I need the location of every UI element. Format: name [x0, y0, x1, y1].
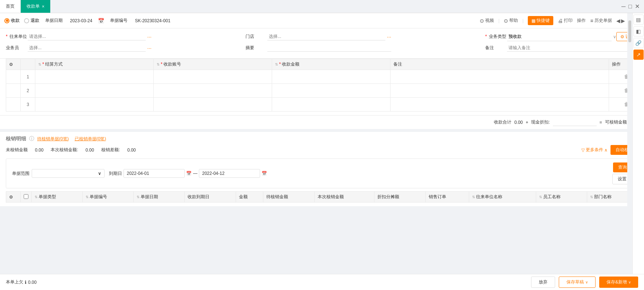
- history-icon: ≡: [590, 18, 593, 24]
- table-gear-header[interactable]: ⚙: [6, 59, 21, 70]
- tab-bar: 首页 收款单 × ─ □ ✕: [0, 0, 644, 13]
- td-gear-3: [6, 98, 21, 111]
- print-link[interactable]: 🖨 打印: [558, 17, 573, 24]
- td-settlement-1[interactable]: [35, 70, 154, 84]
- remark-input[interactable]: [507, 44, 638, 52]
- summary-input[interactable]: [267, 44, 391, 52]
- td-amount-1[interactable]: [272, 70, 390, 84]
- td-account-2[interactable]: [154, 84, 272, 98]
- th-settlement: ⇅ * 结算方式: [35, 59, 154, 70]
- next-arrow[interactable]: ▶: [621, 18, 625, 24]
- th-remark: 备注: [390, 59, 609, 70]
- table-row: 3 🗑 ⧉: [6, 98, 638, 111]
- total-label: 收款合计: [494, 119, 511, 125]
- scrollbar-thumb[interactable]: [628, 20, 631, 42]
- receipt-table: ⚙ ⇅ * 结算方式 ⇅ * 收款账号 ⇅ * 收款金额: [6, 59, 638, 111]
- date-to-icon[interactable]: 📅: [262, 171, 267, 176]
- shortcut-label: 快捷键: [537, 17, 550, 24]
- date-value: 2023-03-24: [70, 18, 92, 23]
- tab-close-icon[interactable]: ×: [42, 4, 44, 9]
- number-field: 单据编号 SK-20230324-001: [110, 17, 170, 24]
- close-icon[interactable]: ✕: [635, 3, 640, 10]
- th-type: ⇅ 单据类型: [32, 192, 83, 203]
- store-more-btn[interactable]: ···: [387, 34, 391, 40]
- customer-more-btn[interactable]: ···: [147, 34, 152, 40]
- tab-receipt[interactable]: 收款单 ×: [21, 0, 50, 13]
- range-select[interactable]: ∨: [32, 169, 105, 178]
- th-pending: 待核销金额: [263, 192, 315, 203]
- maximize-icon[interactable]: □: [628, 3, 632, 10]
- store-field: 门店 ···: [246, 33, 391, 40]
- sidebar-expand-icon[interactable]: ↗: [633, 50, 644, 60]
- footer-actions: 放弃 保存草稿 ∨ 保存&新增 ∨: [531, 277, 638, 288]
- pending-tab[interactable]: 待核销单据(0笔): [37, 136, 69, 142]
- business-chevron-icon[interactable]: ∨: [613, 34, 616, 39]
- th-amount: 金额: [236, 192, 263, 203]
- section-divider: [0, 129, 644, 132]
- done-tab[interactable]: 已核销单据(0笔): [75, 136, 106, 142]
- save-draft-label: 保存草稿: [566, 279, 584, 285]
- net-label: 可核销金额: [605, 119, 627, 125]
- th-number: ⇅ 单据编号: [82, 192, 133, 203]
- sidebar-table-icon[interactable]: ▤: [633, 15, 644, 25]
- operate-label: 操作: [577, 17, 586, 24]
- prev-arrow[interactable]: ◀: [616, 18, 620, 24]
- shortcut-btn[interactable]: ▦ 快捷键: [528, 16, 553, 25]
- filter-icon: ▽: [581, 148, 585, 153]
- discount-input[interactable]: [553, 118, 597, 126]
- td-remark-3[interactable]: [390, 98, 609, 111]
- td-num-2: 2: [21, 84, 35, 98]
- customer-input[interactable]: [28, 33, 146, 40]
- minimize-icon[interactable]: ─: [621, 3, 625, 10]
- radio-receipt[interactable]: 收款: [4, 17, 20, 24]
- date-from-input[interactable]: [123, 169, 185, 178]
- td-account-1[interactable]: [154, 70, 272, 84]
- customer-label: * 往来单位: [6, 34, 28, 40]
- current-value: 0.00: [86, 148, 94, 153]
- save-new-label: 保存&新增: [606, 279, 627, 285]
- range-chevron-icon: ∨: [98, 171, 101, 176]
- operate-link[interactable]: 操作: [577, 17, 586, 24]
- tab-home[interactable]: 首页: [0, 0, 21, 13]
- td-settlement-3[interactable]: [35, 98, 154, 111]
- scrollbar-area[interactable]: [627, 13, 632, 274]
- th-account: ⇅ * 收款账号: [154, 59, 272, 70]
- abandon-btn[interactable]: 放弃: [531, 277, 555, 288]
- sidebar-link-icon[interactable]: 🔗: [633, 38, 644, 48]
- td-amount-2[interactable]: [272, 84, 390, 98]
- info-icon[interactable]: ⓘ: [29, 136, 34, 142]
- date-from-icon[interactable]: 📅: [186, 171, 192, 176]
- date-to-input[interactable]: [199, 169, 260, 178]
- form-row-1: * 往来单位 ··· 门店 ··· * 业务类型 预收款 ∨ ⚙: [6, 32, 638, 41]
- calendar-icon[interactable]: 📅: [98, 18, 104, 24]
- save-draft-btn[interactable]: 保存草稿 ∨: [559, 277, 596, 288]
- sidebar-panel-icon[interactable]: ◧: [633, 26, 644, 36]
- history-link[interactable]: ≡ 历史单据: [590, 17, 612, 24]
- td-remark-2[interactable]: [390, 84, 609, 98]
- staff-input[interactable]: [28, 44, 146, 52]
- td-settlement-2[interactable]: [35, 84, 154, 98]
- filter-row: 单据范围 ∨ 到期日 📅 — 📅 查询 设置: [6, 158, 638, 188]
- plus-sign: +: [526, 120, 528, 125]
- more-conditions-btn[interactable]: ▽ 更多条件 ∧: [581, 147, 608, 153]
- footer-info-icon[interactable]: ℹ: [25, 280, 27, 285]
- staff-more-btn[interactable]: ···: [147, 45, 152, 51]
- select-all-checkbox[interactable]: [24, 194, 28, 199]
- total-value: 0.00: [514, 120, 523, 125]
- td-remark-1[interactable]: [390, 70, 609, 84]
- store-input[interactable]: [267, 33, 385, 40]
- radio-refund[interactable]: 退款: [24, 17, 39, 24]
- td-amount-3[interactable]: [272, 98, 390, 111]
- summary-label: 摘要: [246, 45, 267, 51]
- gear-icon: ⚙: [9, 62, 13, 67]
- td-account-3[interactable]: [154, 98, 272, 111]
- save-new-btn[interactable]: 保存&新增 ∨: [599, 277, 638, 288]
- bottom-gear-header[interactable]: ⚙: [6, 192, 21, 203]
- nav-arrows: ◀ ▶: [616, 18, 625, 24]
- help-link[interactable]: ⊙ 帮助: [504, 17, 518, 24]
- history-label: 历史单据: [594, 17, 612, 24]
- td-num-1: 1: [21, 70, 35, 84]
- video-link[interactable]: ⊙ 视频: [480, 17, 494, 24]
- store-label: 门店: [246, 34, 267, 40]
- diff-label: 核销差额:: [101, 147, 120, 153]
